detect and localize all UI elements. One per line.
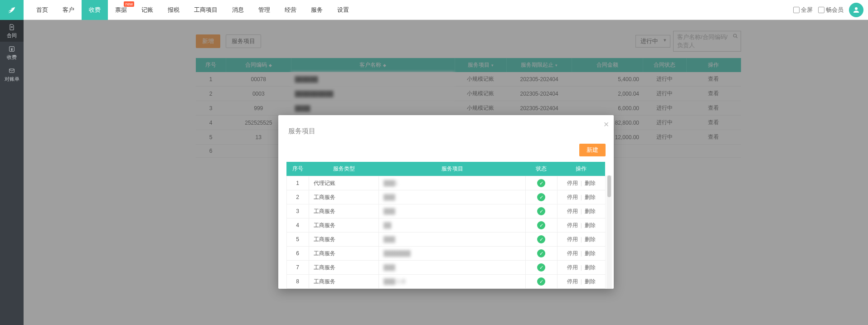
topnav-item[interactable]: 设置 xyxy=(330,0,356,20)
topnav-item[interactable]: 报税 xyxy=(160,0,187,20)
new-badge: new xyxy=(124,1,134,7)
user-avatar[interactable] xyxy=(849,3,863,17)
topnav-item[interactable]: 服务 xyxy=(304,0,330,20)
topnav-item[interactable]: 工商项目 xyxy=(187,0,225,20)
play-icon xyxy=(818,7,824,13)
top-nav: 首页客户收费票据new记账报税工商项目消息管理经营服务设置 xyxy=(29,0,356,20)
top-bar: 首页客户收费票据new记账报税工商项目消息管理经营服务设置 全屏 畅会员 xyxy=(0,0,868,20)
member-button[interactable]: 畅会员 xyxy=(818,6,844,14)
topnav-item[interactable]: 记账 xyxy=(134,0,160,20)
fullscreen-label: 全屏 xyxy=(801,6,813,14)
top-right: 全屏 畅会员 xyxy=(793,3,868,17)
fullscreen-button[interactable]: 全屏 xyxy=(793,6,813,14)
topnav-item[interactable]: 首页 xyxy=(29,0,55,20)
topnav-item[interactable]: 收费 xyxy=(82,0,108,20)
app-logo[interactable] xyxy=(0,0,24,20)
member-label: 畅会员 xyxy=(826,6,844,14)
topnav-item[interactable]: 经营 xyxy=(277,0,304,20)
topnav-item[interactable]: 消息 xyxy=(225,0,251,20)
user-icon xyxy=(852,6,860,14)
fullscreen-icon xyxy=(793,7,800,13)
topnav-item[interactable]: 管理 xyxy=(251,0,277,20)
topnav-item[interactable]: 票据new xyxy=(108,0,134,20)
feather-icon xyxy=(7,5,17,15)
topnav-item[interactable]: 客户 xyxy=(55,0,82,20)
